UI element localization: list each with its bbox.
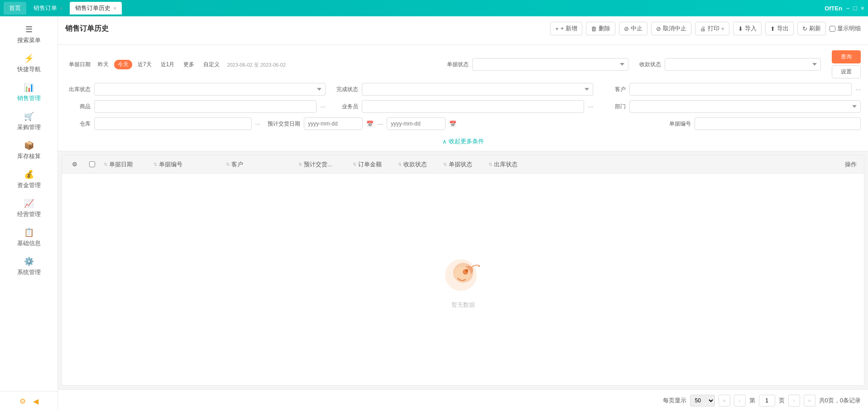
sidebar-item-system[interactable]: ⚙️ 系统管理	[0, 252, 58, 281]
th-date[interactable]: ⇅ 单据日期	[100, 160, 150, 169]
warehouse-input[interactable]	[94, 117, 252, 130]
th-number[interactable]: ⇅ 单据编号	[150, 160, 222, 169]
cancel-stop-button[interactable]: ⊘ 取消中止	[651, 22, 691, 35]
date-tag-more[interactable]: 更多	[180, 60, 198, 69]
export-button[interactable]: ⬆ 导出	[765, 22, 794, 35]
page-size-select[interactable]: 50 20 100	[690, 395, 715, 406]
goods-input[interactable]	[94, 100, 317, 113]
tab-sales-order-history-close-icon[interactable]: ×	[113, 5, 116, 11]
last-page-btn[interactable]: »	[804, 395, 815, 406]
finance-icon: 💰	[24, 169, 34, 179]
prev-page-btn[interactable]: ‹	[734, 395, 746, 406]
number-sort-icon: ⇅	[153, 162, 157, 167]
date-range-text: 2023-06-02 至 2023-06-02	[227, 62, 286, 68]
refresh-button[interactable]: ↻ 刷新	[797, 22, 826, 35]
date-tag-custom[interactable]: 自定义	[200, 60, 223, 69]
th-checkbox[interactable]	[84, 161, 100, 167]
complete-status-filter-item: 完成状态	[333, 83, 593, 96]
customer-input[interactable]	[629, 83, 852, 96]
pay-status-select[interactable]	[665, 58, 821, 71]
delivery-date-from-calendar-icon[interactable]: 📅	[366, 121, 374, 127]
table-settings-icon[interactable]: ⚙	[72, 161, 77, 168]
close-btn[interactable]: ×	[861, 5, 864, 12]
collapse-more-btn[interactable]: ∧ 收起更多条件	[65, 135, 861, 145]
sidebar-item-sales[interactable]: 📊 销售管理	[0, 78, 58, 107]
date-tag-7days[interactable]: 近7天	[134, 60, 155, 69]
bill-number-input[interactable]	[695, 117, 861, 130]
delivery-sort-icon: ⇅	[298, 162, 302, 167]
select-all-checkbox[interactable]	[89, 161, 95, 167]
sidebar-item-basic-info[interactable]: 📋 基础信息	[0, 223, 58, 252]
sidebar-settings-icon[interactable]: ⚙	[19, 397, 26, 406]
sidebar-bottom: ⚙ ◀	[0, 391, 58, 411]
print-icon: 🖨	[700, 25, 706, 32]
complete-status-select[interactable]	[362, 83, 593, 96]
date-tag-today[interactable]: 今天	[114, 60, 132, 69]
tab-sales-order-close-icon[interactable]: ×	[60, 5, 62, 11]
warehouse-dots-icon[interactable]: ···	[255, 120, 261, 127]
table-header: ⚙ ⇅ 单据日期 ⇅ 单据编号 ⇅ 客户 ⇅	[62, 155, 864, 174]
tab-sales-order[interactable]: 销售订单×	[28, 2, 68, 15]
goods-dots-icon[interactable]: ···	[320, 103, 326, 110]
page-number-input[interactable]	[759, 395, 775, 406]
sidebar-item-search-menu[interactable]: ☰ 搜索菜单	[0, 20, 58, 49]
main-layout: ☰ 搜索菜单 ⚡ 快捷导航 📊 销售管理 🛒 采购管理 📦 库存核算 💰 资金管…	[0, 16, 868, 411]
print-button[interactable]: 🖨 打印 ▾	[695, 22, 729, 35]
bill-status-select[interactable]	[472, 58, 628, 71]
sidebar-item-inventory[interactable]: 📦 库存核算	[0, 136, 58, 165]
delivery-date-to-calendar-icon[interactable]: 📅	[449, 121, 456, 127]
th-delivery[interactable]: ⇅ 预计交货...	[295, 160, 349, 169]
date-tag-1month[interactable]: 近1月	[157, 60, 178, 69]
delivery-date-to-input[interactable]	[387, 117, 446, 130]
sidebar-item-purchase[interactable]: 🛒 采购管理	[0, 107, 58, 136]
tab-home[interactable]: 首页	[4, 2, 26, 15]
new-button[interactable]: + + 新增	[550, 22, 582, 35]
delivery-date-from-input[interactable]	[304, 117, 363, 130]
stop-button[interactable]: ⊘ 中止	[619, 22, 647, 35]
data-table: ⚙ ⇅ 单据日期 ⇅ 单据编号 ⇅ 客户 ⇅	[62, 155, 864, 386]
sidebar-item-quick-nav[interactable]: ⚡ 快捷导航	[0, 49, 58, 78]
print-chevron-icon: ▾	[721, 25, 724, 32]
system-icon: ⚙️	[24, 256, 34, 266]
import-button[interactable]: ⬇ 导入	[733, 22, 762, 35]
department-label: 部门	[600, 103, 626, 111]
settings-button[interactable]: 设置	[832, 65, 861, 78]
department-select[interactable]	[629, 100, 861, 113]
maximize-btn[interactable]: □	[853, 5, 857, 12]
first-page-btn[interactable]: «	[719, 395, 730, 406]
delivery-date-label: 预计交货日期	[268, 120, 300, 128]
customer-sort-icon: ⇅	[226, 162, 230, 167]
salesman-input[interactable]	[362, 100, 584, 113]
th-settings[interactable]: ⚙	[66, 161, 84, 168]
th-amount-label: 订单金额	[358, 160, 382, 169]
brand-label: OfTEn	[825, 5, 842, 12]
out-status-select[interactable]	[94, 83, 326, 96]
svg-point-3	[454, 266, 470, 281]
next-page-btn[interactable]: ›	[788, 395, 800, 406]
sidebar-item-operations[interactable]: 📈 经营管理	[0, 194, 58, 223]
sidebar-item-finance[interactable]: 💰 资金管理	[0, 165, 58, 194]
goods-label: 商品	[65, 103, 91, 111]
date-sort-icon: ⇅	[104, 162, 107, 167]
total-text: 共0页，0条记录	[819, 396, 861, 405]
th-out-status[interactable]: ⇅ 出库状态	[485, 160, 530, 169]
query-button[interactable]: 查询	[832, 50, 861, 63]
warehouse-label: 仓库	[65, 120, 91, 128]
bill-number-label: 单据编号	[666, 120, 691, 128]
display-detail-input[interactable]	[830, 26, 835, 32]
salesman-dots-icon[interactable]: ···	[588, 103, 593, 110]
display-detail-checkbox[interactable]: 显示明细	[830, 24, 861, 33]
minimize-btn[interactable]: −	[846, 5, 849, 12]
delete-button[interactable]: 🗑 删除	[586, 22, 615, 35]
customer-dots-icon[interactable]: ···	[855, 86, 861, 93]
th-bill-status[interactable]: ⇅ 单据状态	[440, 160, 485, 169]
sidebar-item-operations-label: 经营管理	[17, 210, 41, 218]
sidebar-item-search-menu-label: 搜索菜单	[17, 36, 41, 44]
salesman-filter-item: 业务员 ···	[333, 100, 593, 113]
th-pay-status[interactable]: ⇅ 收款状态	[394, 160, 440, 169]
th-customer[interactable]: ⇅ 客户	[222, 160, 295, 169]
date-tag-yesterday[interactable]: 昨天	[94, 60, 112, 69]
sidebar-collapse-icon[interactable]: ◀	[33, 397, 38, 406]
th-amount[interactable]: ⇅ 订单金额	[349, 160, 394, 169]
tab-sales-order-history[interactable]: 销售订单历史×	[70, 2, 121, 15]
